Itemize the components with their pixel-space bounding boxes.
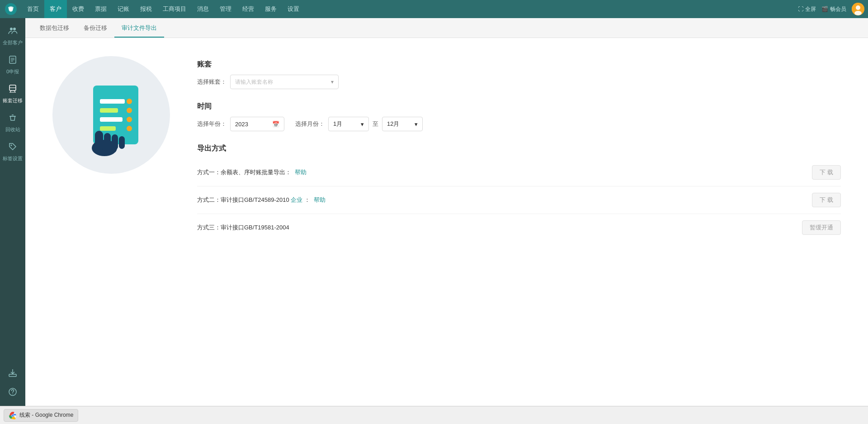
- svg-rect-13: [9, 374, 16, 376]
- tag-settings-icon: [8, 142, 17, 153]
- member-button[interactable]: 🎬 畅会员: [821, 5, 846, 13]
- export-method-3-text: 方式三：审计接口GB/T19581-2004: [197, 224, 289, 232]
- account-placeholder: 请输入账套名称: [235, 78, 273, 86]
- tab-data-migration[interactable]: 数据包迁移: [33, 19, 76, 38]
- tab-audit-export[interactable]: 审计文件导出: [114, 19, 164, 38]
- time-section: 时间 选择年份： 2023 📅 选择月份： 1月 ▾ 至: [197, 102, 841, 131]
- nav-items: 首页 客户 收费 票据 记账 报税 工商项目 消息 管理 经营 服务 设置: [22, 0, 798, 18]
- export-method-1: 方式一：余额表、序时账批量导出： 帮助 下 载: [197, 159, 841, 186]
- method-2-prefix: 方式二：审计接口GB/T24589-2010: [197, 196, 289, 203]
- svg-rect-17: [100, 99, 125, 104]
- export-method-3: 方式三：审计接口GB/T19581-2004 暂缓开通: [197, 214, 841, 241]
- account-dropdown-arrow: ▾: [331, 79, 334, 85]
- calendar-icon: 📅: [272, 121, 279, 128]
- nav-bookkeeping[interactable]: 记账: [112, 0, 135, 18]
- svg-rect-18: [100, 108, 118, 113]
- page-content: 账套 选择账套： 请输入账套名称 ▾ 时间 选择年份：: [25, 38, 868, 406]
- export-section: 导出方式 方式一：余额表、序时账批量导出： 帮助 下 载 方式二：审计接口GB/…: [197, 144, 841, 241]
- main-layout: 全部客户 0申报 账套迁移 回收站 标签设置: [0, 18, 868, 406]
- to-label: 至: [373, 120, 378, 128]
- account-row: 选择账套： 请输入账套名称 ▾: [197, 75, 841, 89]
- user-avatar[interactable]: [852, 3, 864, 15]
- sidebar-label-recycle: 回收站: [5, 126, 20, 133]
- tabs-bar: 数据包迁移 备份迁移 审计文件导出: [25, 18, 868, 38]
- content-area: 数据包迁移 备份迁移 审计文件导出: [25, 18, 868, 406]
- nav-tax[interactable]: 报税: [135, 0, 157, 18]
- nav-operation[interactable]: 经营: [237, 0, 259, 18]
- svg-rect-28: [112, 134, 118, 150]
- nav-client[interactable]: 客户: [44, 0, 67, 18]
- account-select[interactable]: 请输入账套名称 ▾: [230, 75, 339, 89]
- svg-rect-27: [104, 133, 111, 150]
- svg-rect-29: [119, 136, 125, 149]
- svg-point-22: [127, 108, 132, 113]
- year-input[interactable]: 2023 📅: [230, 117, 284, 131]
- zero-declare-icon: [8, 55, 17, 67]
- nav-invoice[interactable]: 票据: [90, 0, 112, 18]
- export-method-2-text: 方式二：审计接口GB/T24589-2010 企业 ： 帮助: [197, 196, 326, 204]
- nav-settings[interactable]: 设置: [282, 0, 305, 18]
- year-label: 选择年份：: [197, 120, 226, 128]
- svg-point-23: [127, 117, 132, 122]
- method-1-help-link[interactable]: 帮助: [295, 169, 307, 176]
- sidebar-item-zero-declare[interactable]: 0申报: [0, 51, 25, 80]
- sidebar-item-account-migrate[interactable]: 账套迁移: [0, 80, 25, 109]
- method-2-download-button[interactable]: 下 载: [812, 193, 841, 207]
- sidebar-item-tag-settings[interactable]: 标签设置: [0, 138, 25, 167]
- time-row: 选择年份： 2023 📅 选择月份： 1月 ▾ 至 12月: [197, 117, 841, 131]
- month-start-value: 1月: [333, 120, 342, 128]
- sidebar-label-all-clients: 全部客户: [3, 39, 23, 46]
- all-clients-icon: [8, 26, 17, 38]
- month-end-arrow: ▾: [415, 121, 418, 128]
- taskbar-chrome-item[interactable]: 线索 - Google Chrome: [4, 409, 78, 422]
- nav-business[interactable]: 工商项目: [157, 0, 192, 18]
- method-2-colon: ：: [304, 196, 310, 203]
- time-section-title: 时间: [197, 102, 841, 111]
- svg-rect-20: [100, 126, 116, 131]
- top-navigation: 首页 客户 收费 票据 记账 报税 工商项目 消息 管理 经营 服务 设置 ⛶ …: [0, 0, 868, 18]
- method-2-help-link[interactable]: 帮助: [314, 196, 326, 203]
- method-2-company-link[interactable]: 企业: [291, 196, 302, 203]
- svg-point-12: [11, 145, 12, 146]
- svg-point-15: [12, 394, 13, 395]
- sidebar-download-button[interactable]: [0, 364, 25, 381]
- month-start-select[interactable]: 1月 ▾: [328, 117, 369, 131]
- vip-icon: 🎬: [821, 6, 828, 12]
- tab-backup-migration[interactable]: 备份迁移: [76, 19, 114, 38]
- svg-point-21: [127, 99, 132, 104]
- year-value: 2023: [235, 121, 248, 128]
- nav-manage[interactable]: 管理: [214, 0, 237, 18]
- nav-service[interactable]: 服务: [259, 0, 282, 18]
- nav-right: ⛶ 全屏 🎬 畅会员: [798, 3, 864, 15]
- nav-billing[interactable]: 收费: [67, 0, 90, 18]
- nav-home[interactable]: 首页: [22, 0, 44, 18]
- account-label: 选择账套：: [197, 78, 226, 86]
- chrome-icon: [9, 411, 17, 419]
- sidebar-bottom: [0, 364, 25, 406]
- svg-point-3: [856, 5, 860, 10]
- month-end-select[interactable]: 12月 ▾: [382, 117, 423, 131]
- export-method-2: 方式二：审计接口GB/T24589-2010 企业 ： 帮助 下 载: [197, 186, 841, 214]
- svg-point-6: [13, 28, 16, 30]
- nav-message[interactable]: 消息: [192, 0, 214, 18]
- method-3-open-button[interactable]: 暂缓开通: [802, 220, 841, 235]
- fullscreen-icon: ⛶: [798, 6, 803, 12]
- svg-point-4: [854, 11, 862, 15]
- sidebar-label-zero-declare: 0申报: [6, 68, 19, 75]
- svg-point-5: [10, 28, 13, 30]
- export-section-title: 导出方式: [197, 144, 841, 153]
- sidebar-item-all-clients[interactable]: 全部客户: [0, 22, 25, 51]
- svg-rect-26: [95, 131, 103, 151]
- sidebar-help-button[interactable]: [0, 383, 25, 400]
- sidebar-item-recycle[interactable]: 回收站: [0, 109, 25, 138]
- fullscreen-button[interactable]: ⛶ 全屏: [798, 5, 816, 13]
- app-logo[interactable]: [4, 2, 18, 16]
- form-area: 账套 选择账套： 请输入账套名称 ▾ 时间 选择年份：: [197, 56, 841, 241]
- recycle-icon: [8, 113, 17, 124]
- month-end-value: 12月: [387, 120, 399, 128]
- svg-point-1: [9, 7, 13, 11]
- method-1-download-button[interactable]: 下 载: [812, 165, 841, 180]
- svg-point-33: [12, 414, 14, 416]
- illustration-circle: [52, 56, 170, 174]
- taskbar: 线索 - Google Chrome: [0, 406, 868, 424]
